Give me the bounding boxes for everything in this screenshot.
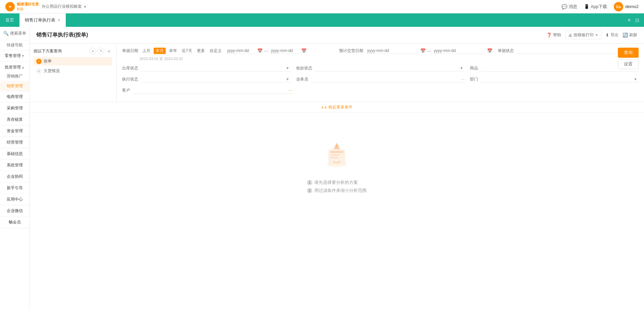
sidebar-item-wechat[interactable]: 企业微信 [0, 205, 29, 216]
solution-item-by-order[interactable]: ✓ 按单 [34, 57, 112, 65]
breadcrumb-dropdown-icon[interactable]: ▼ [83, 5, 87, 9]
date-range-display: 2023-03-01 至 2023-03-31 [140, 57, 183, 61]
tab-home-label: 首页 [5, 17, 14, 23]
tab-sales-order[interactable]: 销售订单执行表 ✕ [19, 13, 66, 27]
sidebar-search-area[interactable]: 🔍 搜索菜单 [0, 27, 29, 40]
date-shortcut-7days[interactable]: 近7天 [180, 48, 194, 54]
sidebar-item-ecommerce[interactable]: 电商管理 [0, 91, 29, 102]
date-start-icon[interactable]: 📅 [257, 48, 263, 53]
message-btn[interactable]: 💬 消息 [561, 4, 577, 10]
collapse-up-icon: ∧∧ [321, 105, 327, 110]
sidebar-item-inventory[interactable]: 库存核算 [0, 114, 29, 125]
sidebar: 🔍 搜索菜单 快捷导航 零售管理 ▼ 批发管理 ▲ 营 [0, 27, 30, 310]
sidebar-member-label: 畅会员 [9, 219, 21, 225]
out-status-dropdown[interactable]: ▼ [141, 65, 291, 71]
salesman-label: 业务员 [296, 76, 308, 82]
sidebar-item-marketing[interactable]: 营销推广 [0, 71, 29, 81]
sidebar-item-operation[interactable]: 经营管理 [0, 137, 29, 148]
solution-item-shortage[interactable]: 欠货情况 [34, 67, 112, 75]
window-maximize-btn[interactable]: ⊡ [635, 17, 640, 23]
dept-dropdown[interactable]: ▼ [481, 76, 639, 83]
header-left: 畅捷通好生意 标版 办公用品行业模拟账套 ▼ [5, 2, 87, 11]
sidebar-item-purchase[interactable]: 采购管理 [0, 103, 29, 114]
exec-status-dropdown[interactable]: ▼ [141, 76, 291, 83]
app-download-btn[interactable]: 📱 App下载 [584, 4, 607, 10]
filter-expected-date: 预计交货日期 📅 — 📅 [339, 48, 492, 54]
collapse-label: 收起更多条件 [328, 104, 353, 110]
sidebar-item-appcenter[interactable]: 应用中心 [0, 194, 29, 205]
solution-header-label: 按以下方案查询 [34, 48, 62, 54]
sidebar-item-basic[interactable]: 基础信息 [0, 148, 29, 159]
expected-date-end-icon[interactable]: 📅 [487, 48, 492, 53]
page-header: 销售订单执行表(按单) ❓ 帮助 🖨 按模板打印 ▼ ⬇ 导出 [30, 27, 644, 44]
date-shortcut-last-month[interactable]: 上月 [141, 48, 152, 54]
tab-home[interactable]: 首页 [0, 13, 19, 27]
date-shortcut-this-year[interactable]: 本年 [168, 48, 178, 54]
expected-date-label: 预计交货日期 [339, 48, 363, 54]
sidebar-finance-label: 资金管理 [7, 128, 23, 134]
date-sub-info-spacer: 2023-03-01 至 2023-03-31 [122, 56, 229, 61]
app-logo [5, 2, 15, 11]
filter-row-customer: 客户 ··· [122, 87, 639, 94]
date-sub-info-row: 2023-03-01 至 2023-03-31 [122, 56, 639, 61]
export-label: 导出 [610, 32, 619, 38]
search-icon: 🔍 [3, 31, 9, 36]
svg-rect-3 [330, 151, 343, 153]
expected-date-start[interactable] [366, 48, 419, 54]
collect-status-arrow: ▼ [460, 66, 463, 70]
collect-status-label: 收款状态 [296, 65, 312, 71]
date-shortcut-this-month[interactable]: 本月 [154, 48, 166, 54]
sidebar-item-guide[interactable]: 新手引导 [0, 183, 29, 194]
customer-select-btn[interactable]: ··· [289, 88, 293, 93]
header-right: 💬 消息 📱 App下载 Ea demo2 [561, 2, 639, 11]
sidebar-item-wholesale[interactable]: 批发管理 ▲ [0, 62, 29, 71]
customer-input-wrap: ··· [133, 87, 292, 94]
date-shortcut-custom[interactable]: 自定义 [208, 48, 223, 54]
salesman-input-wrap: ··· [311, 76, 465, 83]
date-start-input[interactable] [226, 48, 256, 54]
hint-num-2: 2 [307, 188, 312, 193]
print-label: 按模板打印 [574, 32, 594, 38]
expected-date-start-icon[interactable]: 📅 [420, 48, 426, 53]
settings-btn[interactable]: 设置 [618, 59, 639, 69]
solution-collapse-btn[interactable]: « [106, 48, 112, 54]
user-area[interactable]: Ea demo2 [614, 2, 639, 11]
sidebar-item-member[interactable]: 畅会员 [0, 217, 29, 228]
sidebar-group-retail: 零售管理 ▼ [0, 50, 29, 62]
window-close-btn[interactable]: ✕ [627, 17, 632, 23]
collapse-filters-btn[interactable]: ∧∧ 收起更多条件 [321, 104, 353, 110]
hint-text-2: 用过滤条件来缩小分析范围 [314, 188, 367, 194]
sidebar-item-sales-mgmt[interactable]: 销售管理 [0, 81, 29, 91]
sidebar-group-wechat: 企业微信 [0, 205, 29, 217]
sidebar-item-retail[interactable]: 零售管理 ▼ [0, 50, 29, 61]
collect-status-dropdown[interactable]: ▼ [315, 65, 465, 71]
solution-add-btn[interactable]: + [90, 48, 96, 54]
date-end-icon[interactable]: 📅 [301, 48, 307, 53]
solution-controls: + ✎ « [90, 48, 112, 54]
refresh-icon: 🔄 [623, 33, 628, 38]
svg-point-7 [335, 145, 338, 147]
sidebar-item-system[interactable]: 系统管理 [0, 160, 29, 171]
sidebar-item-finance[interactable]: 资金管理 [0, 125, 29, 137]
salesman-select-btn[interactable]: ··· [461, 76, 465, 82]
sidebar-group-collab: 企业协同 [0, 171, 29, 183]
quick-nav-label[interactable]: 快捷导航 [7, 43, 23, 47]
print-btn[interactable]: 🖨 按模板打印 ▼ [565, 31, 601, 39]
solution-edit-btn[interactable]: ✎ [98, 48, 104, 54]
sidebar-ecommerce-label: 电商管理 [7, 94, 23, 100]
date-shortcuts: 上月 本月 本年 近7天 更多 自定义 [141, 48, 223, 54]
logo-area: 畅捷通好生意 标版 [5, 2, 39, 11]
message-icon: 💬 [561, 4, 567, 9]
query-btn[interactable]: 查询 [618, 48, 639, 58]
search-menu-btn[interactable]: 🔍 搜索菜单 [1, 30, 28, 37]
refresh-btn[interactable]: 🔄 刷新 [623, 32, 637, 38]
help-btn[interactable]: ❓ 帮助 [546, 32, 561, 38]
expected-date-end[interactable] [433, 48, 486, 54]
export-btn[interactable]: ⬇ 导出 [605, 32, 619, 38]
sidebar-item-collab[interactable]: 企业协同 [0, 171, 29, 182]
export-icon: ⬇ [605, 33, 609, 38]
tab-close-icon[interactable]: ✕ [57, 18, 60, 22]
date-end-input[interactable] [270, 48, 300, 54]
sidebar-quick-nav[interactable]: 快捷导航 [0, 40, 29, 50]
date-shortcut-more[interactable]: 更多 [196, 48, 206, 54]
